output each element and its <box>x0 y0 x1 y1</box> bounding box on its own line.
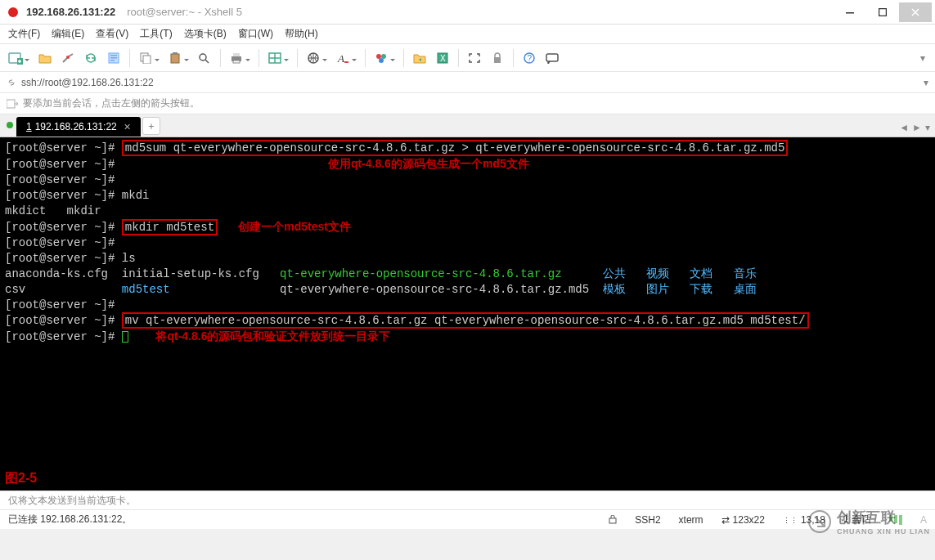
status-indicator-icon <box>889 515 902 525</box>
svg-rect-13 <box>173 52 178 55</box>
menu-window[interactable]: 窗口(W) <box>238 27 273 41</box>
layout-button[interactable] <box>264 47 285 69</box>
tab-list-icon[interactable]: ▾ <box>925 122 930 133</box>
reconnect-button[interactable] <box>80 47 101 69</box>
title-sub: root@server:~ - Xshell 5 <box>127 6 242 18</box>
titlebar: 192.168.26.131:22 root@server:~ - Xshell… <box>0 0 935 25</box>
menu-file[interactable]: 文件(F) <box>8 27 40 41</box>
print-button[interactable] <box>226 47 247 69</box>
svg-text:X: X <box>440 54 446 63</box>
lock-button[interactable] <box>487 47 508 69</box>
tab-label: 192.168.26.131:22 <box>35 121 117 132</box>
toolbar-overflow-icon[interactable]: ▾ <box>920 52 930 64</box>
status-cursor: 13,18 <box>801 514 825 526</box>
close-button[interactable] <box>899 2 932 22</box>
addr-overflow-icon[interactable]: ▾ <box>924 77 928 88</box>
svg-text:A: A <box>337 52 344 64</box>
new-session-button[interactable] <box>5 47 26 69</box>
color-button[interactable] <box>371 47 392 69</box>
svg-rect-30 <box>7 100 15 108</box>
svg-rect-2 <box>879 8 887 16</box>
tab-prev-icon[interactable]: ◄ <box>899 122 909 133</box>
hint-bar: 要添加当前会话，点击左侧的箭头按钮。 <box>0 93 935 114</box>
minimize-button[interactable] <box>834 2 866 22</box>
open-button[interactable] <box>34 47 56 69</box>
menu-edit[interactable]: 编辑(E) <box>52 27 84 41</box>
toolbar: A X ? ▾ <box>0 44 935 72</box>
menu-view[interactable]: 查看(V) <box>96 27 128 41</box>
cmd-mv: mv qt-everywhere-opensource-src-4.8.6.ta… <box>122 312 809 329</box>
svg-rect-11 <box>143 56 151 64</box>
address-bar: ssh://root@192.168.26.131:22 ▾ <box>0 72 935 93</box>
terminal[interactable]: [root@server ~]# md5sum qt-everywhere-op… <box>0 137 935 491</box>
annotation-mkdir: 创建一个md5test文件 <box>238 220 351 233</box>
svg-rect-16 <box>233 53 240 56</box>
cmd-mkdir: mkdir md5test <box>122 219 218 235</box>
menu-tools[interactable]: 工具(T) <box>140 27 172 41</box>
status-lock-icon <box>609 515 617 524</box>
compose-bar[interactable]: 仅将文本发送到当前选项卡。 <box>0 491 935 509</box>
svg-rect-26 <box>494 57 501 63</box>
svg-rect-12 <box>171 54 179 63</box>
properties-button[interactable] <box>103 47 124 69</box>
title-host: 192.168.26.131:22 <box>26 6 115 18</box>
status-protocol: SSH2 <box>635 514 660 526</box>
tab-add-button[interactable]: ＋ <box>142 117 160 135</box>
svg-point-14 <box>200 54 206 60</box>
status-size: 123x22 <box>733 514 765 526</box>
hint-text: 要添加当前会话，点击左侧的箭头按钮。 <box>23 96 200 110</box>
status-connection: 已连接 192.168.26.131:22。 <box>8 513 132 526</box>
xftp-button[interactable] <box>409 47 430 69</box>
annotation-md5: 使用qt-4.8.6的源码包生成一个md5文件 <box>328 157 529 170</box>
tab-bar: 1 192.168.26.131:22 ✕ ＋ ◄ ► ▾ <box>0 114 935 137</box>
menubar: 文件(F) 编辑(E) 查看(V) 工具(T) 选项卡(B) 窗口(W) 帮助(… <box>0 25 935 44</box>
svg-rect-9 <box>110 60 115 61</box>
addr-link-icon <box>7 78 16 87</box>
disconnect-button[interactable] <box>57 47 79 69</box>
svg-rect-17 <box>233 60 240 63</box>
figure-label: 图2-5 <box>5 470 37 486</box>
session-tab[interactable]: 1 192.168.26.131:22 ✕ <box>16 117 141 137</box>
app-icon <box>7 6 20 19</box>
xagent-button[interactable]: X <box>432 47 453 69</box>
svg-rect-7 <box>110 55 117 56</box>
status-bar: 已连接 192.168.26.131:22。 SSH2 xterm ⇄123x2… <box>0 509 935 529</box>
fullscreen-button[interactable] <box>464 47 485 69</box>
svg-point-5 <box>66 56 70 59</box>
svg-point-21 <box>376 54 381 59</box>
svg-point-22 <box>381 54 386 59</box>
svg-rect-29 <box>546 54 558 61</box>
cmd-md5sum: md5sum qt-everywhere-opensource-src-4.8.… <box>122 140 789 156</box>
status-termtype: xterm <box>679 514 703 526</box>
find-button[interactable] <box>194 47 215 69</box>
address-text[interactable]: ssh://root@192.168.26.131:22 <box>21 77 154 88</box>
font-button[interactable]: A <box>332 47 353 69</box>
annotation-mv: 将qt-4.8.6的源码包和验证文件放到统一目录下 <box>155 329 390 343</box>
maximize-button[interactable] <box>866 2 899 22</box>
tab-next-icon[interactable]: ► <box>912 122 922 133</box>
svg-point-0 <box>8 7 18 17</box>
status-sessions: 1 会话 <box>843 513 871 526</box>
encoding-button[interactable] <box>303 47 324 69</box>
menu-tabs[interactable]: 选项卡(B) <box>184 27 227 41</box>
session-status-icon <box>7 122 13 128</box>
svg-rect-1 <box>846 12 854 14</box>
help-button[interactable]: ? <box>519 47 540 69</box>
paste-button[interactable] <box>164 47 186 69</box>
menu-help[interactable]: 帮助(H) <box>285 27 318 41</box>
svg-rect-8 <box>110 57 117 59</box>
feedback-button[interactable] <box>542 47 563 69</box>
svg-text:?: ? <box>528 54 533 63</box>
svg-point-23 <box>379 58 384 63</box>
caps-indicator: A <box>920 514 927 526</box>
svg-rect-31 <box>609 518 616 523</box>
tab-close-icon[interactable]: ✕ <box>124 122 131 132</box>
hint-add-icon[interactable] <box>7 99 18 109</box>
copy-button[interactable] <box>135 47 156 69</box>
tab-number: 1 <box>26 121 32 132</box>
